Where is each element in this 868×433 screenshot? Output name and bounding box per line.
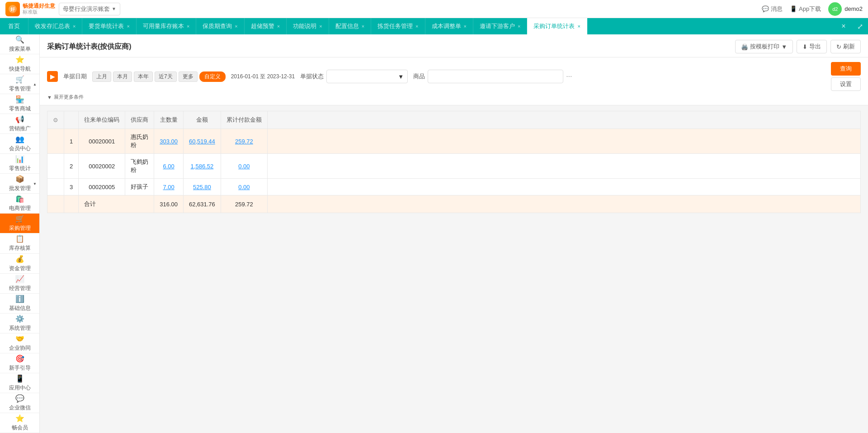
footer-quantity: 316.00 — [154, 195, 184, 213]
footer-empty1 — [47, 195, 64, 213]
user-area[interactable]: d2 demo2 — [828, 2, 863, 16]
top-bar: 好 畅捷通好生意 标准版 母婴行业演示账套 ▼ 💬 消息 📱 App下载 d2 … — [0, 0, 868, 18]
close-icon[interactable]: × — [319, 24, 322, 29]
close-icon[interactable]: × — [277, 24, 280, 29]
filter-bar: ▶ 单据日期 上月 本月 本年 近7天 更多 自定义 2016-01-01 至 … — [40, 57, 868, 105]
settings-button[interactable]: 设置 — [831, 77, 861, 91]
sidebar-item-inventory[interactable]: 📋 库存核算 — [0, 233, 39, 253]
tab-expiry-query[interactable]: 保质期查询 × — [196, 18, 244, 34]
tab-purchase-summary[interactable]: 采购订单统计表 × — [527, 18, 587, 34]
goods-label: 商品 — [413, 72, 425, 81]
export-button[interactable]: ⬇ 导出 — [797, 40, 827, 53]
sidebar-item-marketing[interactable]: 📢 营销推广 — [0, 114, 39, 134]
sidebar-item-enterprise-wechat[interactable]: 💬 企业微信 — [0, 393, 39, 413]
close-icon[interactable]: × — [235, 24, 237, 29]
sidebar-item-vip-member[interactable]: ⭐ 畅会员 — [0, 413, 39, 433]
sidebar-item-wholesale-mgmt[interactable]: 📦 批发管理 — [0, 174, 39, 194]
cell-paid[interactable]: 0.00 — [221, 179, 267, 195]
cell-amount[interactable]: 60,519.44 — [184, 129, 221, 154]
sidebar-item-retail-stats[interactable]: 📊 零售统计 — [0, 154, 39, 174]
gear-icon: ⚙️ — [15, 314, 24, 323]
sidebar-item-basic-info[interactable]: ℹ️ 基础信息 — [0, 294, 39, 314]
close-icon[interactable]: × — [362, 24, 364, 29]
sidebar-item-retail-mall[interactable]: 🏪 零售商城 — [0, 94, 39, 114]
shortcut-this-month[interactable]: 本月 — [113, 71, 132, 82]
sidebar-item-retail-mgmt[interactable]: 🛒 零售管理 — [0, 74, 39, 94]
close-icon[interactable]: × — [127, 24, 129, 29]
sidebar-item-member-center[interactable]: 👥 会员中心 — [0, 134, 39, 154]
tab-function-desc[interactable]: 功能说明 × — [287, 18, 329, 34]
close-icon[interactable]: × — [518, 24, 520, 29]
footer-amount: 62,631.76 — [184, 195, 221, 213]
footer-label: 合计 — [79, 195, 154, 213]
workspace-selector[interactable]: 母婴行业演示账套 ▼ — [59, 3, 120, 15]
sidebar-item-app-center[interactable]: 📱 应用中心 — [0, 373, 39, 393]
more-icon[interactable]: ··· — [566, 72, 572, 81]
tab-invite-downstream[interactable]: 邀请下游客户 × — [473, 18, 527, 34]
sidebar-item-finance[interactable]: 💰 资金管理 — [0, 254, 39, 274]
close-icon[interactable]: × — [73, 24, 75, 29]
cell-paid[interactable]: 0.00 — [221, 154, 267, 179]
shortcut-last-month[interactable]: 上月 — [92, 71, 111, 82]
tab-pick-task[interactable]: 拣货任务管理 × — [371, 18, 425, 34]
settings-icon[interactable]: ⚙ — [53, 117, 58, 124]
sidebar-item-search[interactable]: 🔍 搜索菜单 — [0, 34, 39, 54]
cell-quantity[interactable]: 6.00 — [154, 154, 184, 179]
tab-config-info[interactable]: 配置信息 × — [329, 18, 371, 34]
sidebar-item-ecommerce[interactable]: 🛍️ 电商管理 — [0, 194, 39, 214]
tab-overstock-alert[interactable]: 超储预警 × — [245, 18, 287, 34]
sidebar-label: 零售统计 — [9, 165, 31, 172]
tab-home-label: 首页 — [8, 22, 20, 30]
maximize-window-btn[interactable]: ⤢ — [852, 18, 868, 34]
col-quantity: 主数量 — [154, 111, 184, 129]
sidebar-label: 零售管理 — [9, 85, 31, 93]
message-btn[interactable]: 💬 消息 — [762, 5, 783, 13]
filter-field-goods: 商品 ··· — [413, 70, 572, 83]
tab-cost-adjust[interactable]: 成本调整单 × — [425, 18, 473, 34]
sidebar: 🔍 搜索菜单 ⭐ 快捷导航 🛒 零售管理 🏪 零售商城 📢 营销推广 👥 会员中… — [0, 34, 40, 433]
print-icon: 🖨️ — [741, 43, 748, 50]
close-window-btn[interactable]: × — [835, 18, 852, 34]
print-button[interactable]: 🖨️ 按模板打印 ▼ — [735, 40, 793, 53]
cell-seq: 3 — [64, 179, 79, 195]
close-icon[interactable]: × — [464, 24, 467, 29]
close-icon[interactable]: × — [187, 24, 189, 29]
goods-input[interactable] — [428, 70, 563, 83]
sidebar-item-quick-nav[interactable]: ⭐ 快捷导航 — [0, 54, 39, 74]
col-settings[interactable]: ⚙ — [47, 111, 64, 129]
sidebar-item-sys-mgmt[interactable]: ⚙️ 系统管理 — [0, 314, 39, 333]
expand-more-btn[interactable]: ▼ 展开更多条件 — [47, 94, 861, 100]
tab-requisition-summary[interactable]: 要货单统计表 × — [82, 18, 136, 34]
tab-home[interactable]: 首页 — [0, 18, 28, 34]
cell-quantity[interactable]: 303.00 — [154, 129, 184, 154]
sidebar-label: 畅会员 — [12, 424, 28, 432]
user-name[interactable]: demo2 — [844, 5, 863, 12]
close-icon[interactable]: × — [577, 24, 580, 29]
select-arrow-icon: ▼ — [398, 73, 404, 80]
sidebar-item-ops-mgmt[interactable]: 📈 经营管理 — [0, 274, 39, 294]
filter-toggle-btn[interactable]: ▶ — [47, 71, 58, 82]
sidebar-label: 会员中心 — [9, 145, 31, 152]
sidebar-item-purchase-mgmt[interactable]: 🛒 采购管理 — [0, 214, 39, 233]
cell-quantity[interactable]: 7.00 — [154, 179, 184, 195]
filter-row-1: ▶ 单据日期 上月 本月 本年 近7天 更多 自定义 2016-01-01 至 … — [47, 62, 861, 91]
refresh-button[interactable]: ↻ 刷新 — [830, 40, 861, 53]
cell-paid[interactable]: 259.72 — [221, 129, 267, 154]
tab-receive-summary[interactable]: 收发存汇总表 × — [28, 18, 82, 34]
cell-amount[interactable]: 525.80 — [184, 179, 221, 195]
sidebar-item-enterprise-coop[interactable]: 🤝 企业协同 — [0, 333, 39, 353]
shortcut-custom[interactable]: 自定义 — [199, 71, 226, 82]
sidebar-label: 库存核算 — [9, 244, 31, 252]
shortcut-this-year[interactable]: 本年 — [134, 71, 153, 82]
shortcut-more[interactable]: 更多 — [179, 71, 198, 82]
close-icon[interactable]: × — [415, 24, 418, 29]
shortcut-7days[interactable]: 近7天 — [155, 71, 177, 82]
tab-available-stock[interactable]: 可用量库存账本 × — [137, 18, 196, 34]
status-select[interactable]: ▼ — [326, 70, 408, 83]
table-row: 2 00020002 飞鹤奶粉 6.00 1,586.52 0.00 — [47, 154, 861, 179]
query-button[interactable]: 查询 — [831, 62, 861, 76]
table-row: 1 00020001 惠氏奶粉 303.00 60,519.44 259.72 — [47, 129, 861, 154]
cell-amount[interactable]: 1,586.52 — [184, 154, 221, 179]
app-download-btn[interactable]: 📱 App下载 — [790, 5, 821, 13]
sidebar-item-new-guide[interactable]: 🎯 新手引导 — [0, 353, 39, 373]
